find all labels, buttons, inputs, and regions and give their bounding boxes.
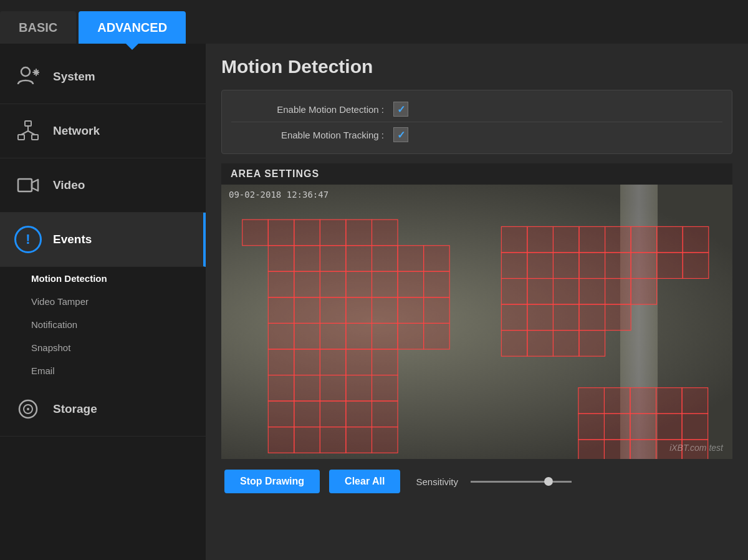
svg-rect-36 xyxy=(268,297,294,324)
svg-rect-23 xyxy=(294,246,320,272)
svg-rect-39 xyxy=(346,297,372,324)
content-area: Motion Detection Enable Motion Detection… xyxy=(206,44,748,560)
svg-rect-68 xyxy=(346,427,372,453)
svg-rect-30 xyxy=(294,271,320,297)
svg-rect-37 xyxy=(294,297,320,324)
svg-rect-58 xyxy=(346,375,372,402)
svg-point-0 xyxy=(21,67,30,76)
svg-rect-103 xyxy=(630,388,656,414)
svg-rect-98 xyxy=(527,331,554,357)
sidebar-item-events[interactable]: ! Events xyxy=(0,213,206,267)
svg-rect-109 xyxy=(656,413,683,440)
svg-rect-90 xyxy=(605,279,631,305)
svg-rect-35 xyxy=(424,271,450,297)
svg-rect-86 xyxy=(501,279,527,305)
svg-rect-45 xyxy=(320,323,346,349)
svg-rect-93 xyxy=(527,304,554,331)
svg-rect-87 xyxy=(527,279,554,305)
sidebar-network-label: Network xyxy=(53,124,100,138)
svg-line-10 xyxy=(28,131,35,135)
svg-rect-107 xyxy=(604,413,630,440)
tab-basic[interactable]: BASIC xyxy=(0,11,76,44)
sub-item-notification[interactable]: Notification xyxy=(19,313,206,336)
svg-rect-51 xyxy=(294,349,320,375)
svg-rect-91 xyxy=(631,279,657,305)
settings-panel: Enable Motion Detection : Enable Motion … xyxy=(221,90,732,154)
svg-rect-96 xyxy=(605,304,631,331)
enable-motion-tracking-checkbox[interactable] xyxy=(393,127,408,142)
svg-rect-42 xyxy=(424,297,450,324)
svg-rect-80 xyxy=(553,253,579,279)
sub-item-email[interactable]: Email xyxy=(19,359,206,382)
sidebar-item-network[interactable]: Network xyxy=(0,104,206,158)
svg-rect-43 xyxy=(268,323,294,349)
stop-drawing-button[interactable]: Stop Drawing xyxy=(224,470,320,493)
svg-rect-71 xyxy=(527,226,554,253)
motion-detection-row: Enable Motion Detection : xyxy=(231,97,722,122)
svg-rect-19 xyxy=(320,220,346,246)
svg-rect-21 xyxy=(372,220,398,246)
clear-all-button[interactable]: Clear All xyxy=(329,470,400,493)
sidebar-item-storage[interactable]: Storage xyxy=(0,382,206,437)
svg-line-9 xyxy=(21,131,28,135)
svg-rect-63 xyxy=(346,401,372,427)
svg-rect-79 xyxy=(527,253,554,279)
svg-rect-48 xyxy=(398,323,424,349)
svg-rect-55 xyxy=(268,375,294,402)
svg-rect-64 xyxy=(372,401,398,427)
svg-rect-88 xyxy=(553,279,579,305)
sub-items-list: Motion Detection Video Tamper Notificati… xyxy=(0,267,206,382)
svg-rect-83 xyxy=(631,253,657,279)
svg-rect-26 xyxy=(372,246,398,272)
svg-rect-73 xyxy=(579,226,605,253)
main-layout: System Network xyxy=(0,44,748,560)
sub-item-video-tamper[interactable]: Video Tamper xyxy=(19,290,206,313)
svg-rect-33 xyxy=(372,271,398,297)
svg-rect-20 xyxy=(346,220,372,246)
camera-view[interactable]: 09-02-2018 12:36:47 iXBT.com test xyxy=(221,185,732,459)
svg-rect-61 xyxy=(294,401,320,427)
svg-rect-47 xyxy=(372,323,398,349)
svg-rect-25 xyxy=(346,246,372,272)
sidebar-item-system[interactable]: System xyxy=(0,50,206,104)
sidebar-system-label: System xyxy=(53,70,95,84)
svg-rect-92 xyxy=(501,304,527,331)
svg-rect-56 xyxy=(294,375,320,402)
page-title: Motion Detection xyxy=(221,56,732,77)
svg-rect-111 xyxy=(578,440,605,459)
svg-rect-82 xyxy=(605,253,631,279)
sidebar: System Network xyxy=(0,44,206,560)
svg-rect-112 xyxy=(604,440,630,459)
sensitivity-slider[interactable] xyxy=(467,477,572,486)
sidebar-storage-label: Storage xyxy=(53,402,97,416)
svg-rect-54 xyxy=(372,349,398,375)
sensitivity-label: Sensitivity xyxy=(416,476,458,487)
svg-rect-84 xyxy=(657,253,683,279)
svg-rect-27 xyxy=(398,246,424,272)
sub-item-snapshot[interactable]: Snapshot xyxy=(19,336,206,359)
svg-rect-106 xyxy=(578,413,605,440)
svg-rect-108 xyxy=(630,413,656,440)
svg-rect-44 xyxy=(294,323,320,349)
svg-rect-6 xyxy=(18,135,24,140)
svg-rect-22 xyxy=(268,246,294,272)
svg-rect-72 xyxy=(553,226,579,253)
tab-advanced[interactable]: ADVANCED xyxy=(79,11,186,44)
slider-track-line xyxy=(471,481,545,483)
enable-motion-detection-checkbox[interactable] xyxy=(393,102,408,117)
svg-rect-66 xyxy=(294,427,320,453)
svg-rect-75 xyxy=(631,226,657,253)
svg-rect-85 xyxy=(683,253,709,279)
svg-rect-31 xyxy=(320,271,346,297)
sub-item-motion-detection[interactable]: Motion Detection xyxy=(19,267,206,290)
svg-rect-18 xyxy=(294,220,320,246)
header-tabs: BASIC ADVANCED xyxy=(0,0,748,44)
slider-thumb[interactable] xyxy=(544,477,553,486)
svg-rect-29 xyxy=(268,271,294,297)
svg-rect-104 xyxy=(656,388,683,414)
svg-rect-32 xyxy=(346,271,372,297)
sidebar-item-video[interactable]: Video xyxy=(0,158,206,213)
motion-tracking-row: Enable Motion Tracking : xyxy=(231,122,722,147)
svg-rect-11 xyxy=(18,179,32,191)
svg-marker-12 xyxy=(32,180,38,191)
